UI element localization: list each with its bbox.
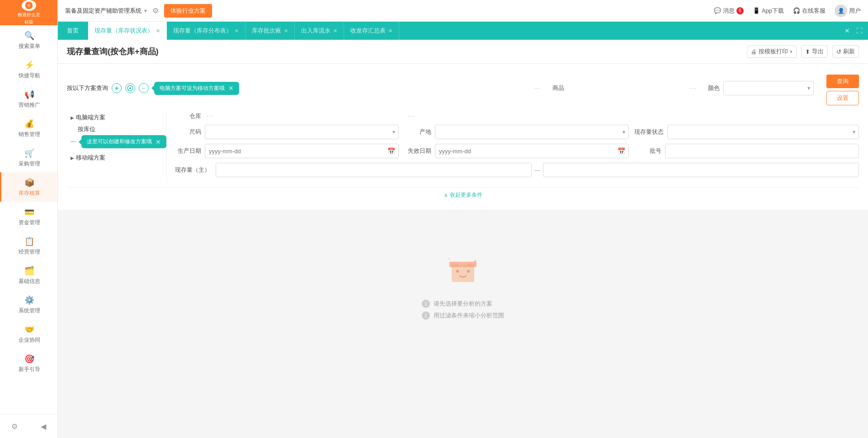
collapse-sidebar-btn[interactable]: ◀ xyxy=(39,420,48,433)
warehouse-more-icon[interactable]: ⋯ xyxy=(205,112,216,120)
produce-date-filter: 生产日期 📅 xyxy=(174,144,399,158)
goods-filter: ⋯ xyxy=(404,112,629,120)
tab-stock-batch[interactable]: 库存批次账 ✕ xyxy=(245,22,295,40)
sidebar-item-operations[interactable]: 📋 经营管理 xyxy=(0,231,57,260)
page-actions: 🖨 按模板打印 ▾ ⬆ 导出 ↺ 刷新 xyxy=(747,45,859,58)
tab-stock-dist-close[interactable]: ✕ xyxy=(235,28,239,33)
sidebar-item-marketing[interactable]: 📢 营销推广 xyxy=(0,84,57,113)
filter-header: 按以下方案查询 + ← 电脑方案可设为移动方案哦 ✕ xyxy=(67,71,859,105)
stock-amount-label: 现存量（主） xyxy=(174,166,210,174)
tab-in-out[interactable]: 出入库流水 ✕ xyxy=(295,22,344,40)
size-select[interactable] xyxy=(205,125,399,139)
sidebar-item-operations-label: 经营管理 xyxy=(19,248,40,256)
print-icon: 🖨 xyxy=(751,48,757,55)
collapse-bar[interactable]: ∧ 收起更多条件 xyxy=(67,187,859,203)
settings-bottom-btn[interactable]: ⚙ xyxy=(9,420,19,433)
page-header: 现存量查询(按仓库+商品) 🖨 按模板打印 ▾ ⬆ 导出 ↺ 刷新 xyxy=(58,40,868,64)
sidebar-item-marketing-label: 营销推广 xyxy=(19,101,40,109)
tab-close-all-icon[interactable]: ✕ xyxy=(843,26,852,35)
sidebar-item-search-menu[interactable]: 🔍 搜索菜单 xyxy=(0,25,57,55)
tooltip2-close-btn[interactable]: ✕ xyxy=(156,138,161,146)
set-btn[interactable]: 设置 xyxy=(826,91,859,105)
sidebar-item-stock[interactable]: 📦 库存核算 xyxy=(0,172,57,202)
tip-num-2: 2 xyxy=(422,311,430,320)
sidebar-item-quick-nav-label: 快捷导航 xyxy=(19,72,40,80)
scheme-group-mobile-label: 移动端方案 xyxy=(76,154,105,162)
tab-expand-icon[interactable]: ⛶ xyxy=(854,26,864,35)
stock-range-max[interactable] xyxy=(543,163,859,177)
sidebar-item-enterprise[interactable]: 🤝 企业协同 xyxy=(0,319,57,349)
filter-row-2: 尺码 产地 现存量状态 xyxy=(174,125,859,139)
tab-in-out-close[interactable]: ✕ xyxy=(333,28,337,33)
tab-stock-status-label: 现存量（库存状况表） xyxy=(94,27,153,35)
expire-date-input[interactable] xyxy=(435,144,629,158)
tab-stock-status[interactable]: 现存量（库存状况表） ✕ xyxy=(88,22,167,40)
export-btn[interactable]: ⬆ 导出 xyxy=(801,45,828,58)
stock-range: — xyxy=(216,163,859,177)
guide-icon: 🎯 xyxy=(24,354,34,364)
back-scheme-btn[interactable]: ← xyxy=(139,83,149,93)
finance-icon: 💳 xyxy=(24,207,34,217)
sidebar-logo: 6 畅通好生意 标版 xyxy=(0,0,57,25)
scheme-group-desktop-label: 电脑端方案 xyxy=(76,113,105,122)
tab-collect-sum[interactable]: 收发存汇总表 ✕ xyxy=(344,22,399,40)
sidebar-item-sales[interactable]: 💰 销售管理 xyxy=(0,113,57,143)
sidebar-item-guide[interactable]: 🎯 新手引导 xyxy=(0,349,57,378)
stock-status-label: 现存量状态 xyxy=(634,128,664,136)
tab-home[interactable]: 首页 xyxy=(58,22,88,40)
svg-rect-6 xyxy=(458,262,467,266)
goods-more-icon[interactable]: ⋯ xyxy=(408,112,415,120)
tab-in-out-label: 出入库流水 xyxy=(301,27,330,35)
stock-icon: 📦 xyxy=(24,178,34,188)
expire-date-icon[interactable]: 📅 xyxy=(618,147,625,155)
batch-input[interactable] xyxy=(665,144,859,158)
experience-btn[interactable]: 体验行业方案 xyxy=(164,4,212,18)
settings-gear-icon[interactable]: ⚙ xyxy=(152,6,159,15)
origin-filter: 产地 xyxy=(404,125,629,139)
user-info[interactable]: 👤 用户 xyxy=(835,5,861,17)
print-template-btn[interactable]: 🖨 按模板打印 ▾ xyxy=(747,45,797,58)
tooltip1-close-btn[interactable]: ✕ xyxy=(228,85,234,92)
sidebar-item-system[interactable]: ⚙️ 系统管理 xyxy=(0,290,57,319)
sidebar-item-purchase[interactable]: 🛒 采购管理 xyxy=(0,143,57,172)
add-scheme-btn[interactable]: + xyxy=(112,83,122,93)
sidebar-item-finance[interactable]: 💳 资金管理 xyxy=(0,202,57,231)
scheme-item-warehouse[interactable]: 按库位 xyxy=(67,123,166,135)
edit-scheme-btn[interactable] xyxy=(125,83,135,93)
produce-date-icon[interactable]: 📅 xyxy=(387,147,395,155)
tab-stock-status-close[interactable]: ✕ xyxy=(156,28,160,33)
tip-text-1: 请先选择要分析的方案 xyxy=(434,300,492,308)
tab-stock-batch-label: 库存批次账 xyxy=(252,27,281,35)
svg-text:✦: ✦ xyxy=(447,256,451,261)
refresh-btn[interactable]: ↺ 刷新 xyxy=(832,45,859,58)
origin-select[interactable] xyxy=(435,125,629,139)
color-select[interactable] xyxy=(723,81,814,95)
sidebar-item-quick-nav[interactable]: ⚡ 快捷导航 xyxy=(0,55,57,84)
scheme-group-mobile[interactable]: ▶ 移动端方案 xyxy=(67,152,166,164)
tab-collect-sum-close[interactable]: ✕ xyxy=(388,28,392,33)
sidebar-item-basic[interactable]: 🗂️ 基础信息 xyxy=(0,260,57,290)
stock-status-select[interactable] xyxy=(667,125,859,139)
system-title-text: 装备及固定资产辅助管理系统 xyxy=(65,7,142,15)
stock-status-filter: 现存量状态 xyxy=(634,125,859,139)
expire-date-label: 失效日期 xyxy=(404,147,431,155)
service-icon: 🎧 xyxy=(793,7,800,14)
topbar-right: 💬 消息 6 📱 App下载 🎧 在线客服 👤 用户 xyxy=(714,5,861,17)
svg-text:6: 6 xyxy=(28,3,30,8)
app-download-btn[interactable]: 📱 App下载 xyxy=(753,7,784,15)
system-icon: ⚙️ xyxy=(24,295,34,305)
scheme-group-desktop[interactable]: ▶ 电脑端方案 xyxy=(67,112,166,123)
tab-actions: ✕ ⛶ xyxy=(839,22,868,40)
svg-text:✦: ✦ xyxy=(473,258,477,264)
online-service-btn[interactable]: 🎧 在线客服 xyxy=(793,7,826,15)
query-btn[interactable]: 查询 xyxy=(826,75,859,88)
stock-range-min[interactable] xyxy=(216,163,532,177)
produce-date-input[interactable] xyxy=(205,144,399,158)
tab-stock-batch-close[interactable]: ✕ xyxy=(284,28,288,33)
tab-stock-dist[interactable]: 现存量（库存分布表） ✕ xyxy=(167,22,245,40)
message-btn[interactable]: 💬 消息 6 xyxy=(714,7,744,15)
shang-pin-label: 商品 xyxy=(548,84,564,92)
basic-icon: 🗂️ xyxy=(24,266,34,276)
tooltip-create-scheme: 这里可以创建和修改方案哦 ✕ xyxy=(81,135,166,148)
empty-tip-2: 2 用过滤条件来缩小分析范围 xyxy=(422,311,504,320)
